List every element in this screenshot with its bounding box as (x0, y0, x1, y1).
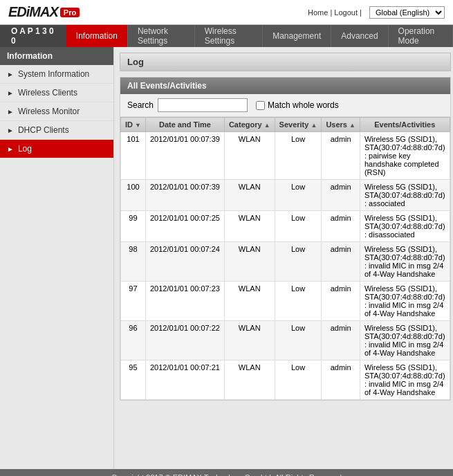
nav-label-wireless-settings: Wireless Settings (205, 26, 252, 46)
content-title: Log (120, 53, 451, 71)
logo-edimax: EDiMAX (8, 4, 58, 20)
match-whole-words-checkbox[interactable] (256, 101, 265, 110)
table-row: 1002012/01/01 00:07:39WLANLowadminWirele… (121, 180, 450, 211)
cell-id: 95 (121, 360, 146, 400)
nav-items: Information Network Settings Wireless Se… (66, 25, 453, 47)
arrow-icon: ► (7, 89, 14, 97)
col-severity[interactable]: Severity ▲ (275, 118, 322, 132)
sidebar-item-log[interactable]: ► Log (0, 140, 113, 158)
sidebar-item-wireless-clients[interactable]: ► Wireless Clients (0, 84, 113, 102)
sidebar-item-dhcp-clients[interactable]: ► DHCP Clients (0, 121, 113, 140)
sidebar-label-log: Log (18, 144, 32, 154)
cell-events: Wireless 5G (SSID1), STA(30:07:4d:88:d0:… (360, 180, 450, 211)
sidebar-item-system-information[interactable]: ► System Information (0, 65, 113, 84)
table-wrapper[interactable]: ID ▼ Date and Time Category ▲ (120, 117, 450, 400)
arrow-icon: ► (7, 71, 14, 78)
col-id-label: ID (125, 120, 133, 129)
col-datetime-label: Date and Time (159, 120, 211, 129)
arrow-icon: ► (7, 108, 14, 116)
col-events[interactable]: Events/Activities (360, 118, 450, 132)
col-category-label: Category (229, 120, 262, 129)
cell-users: admin (322, 321, 360, 360)
nav-item-information[interactable]: Information (66, 25, 128, 47)
cell-users: admin (322, 132, 360, 180)
cell-datetime: 2012/01/01 00:07:22 (145, 321, 224, 360)
cell-id: 98 (121, 242, 146, 282)
cell-datetime: 2012/01/01 00:07:24 (145, 242, 224, 282)
top-header: EDiMAX Pro Home | Logout | Global (Engli… (0, 0, 453, 25)
sidebar-label-dhcp-clients: DHCP Clients (18, 125, 69, 135)
nav-item-advanced[interactable]: Advanced (331, 25, 388, 47)
table-row: 962012/01/01 00:07:22WLANLowadminWireles… (121, 321, 450, 360)
main-layout: Information ► System Information ► Wirel… (0, 47, 453, 469)
cell-id: 101 (121, 132, 146, 180)
sidebar-header: Information (0, 47, 113, 65)
cell-severity: Low (275, 321, 322, 360)
logout-link[interactable]: Logout (334, 8, 358, 17)
cell-category: WLAN (224, 180, 275, 211)
col-category[interactable]: Category ▲ (224, 118, 275, 132)
cell-datetime: 2012/01/01 00:07:23 (145, 282, 224, 321)
header-links: Home | Logout | Global (English) (308, 6, 445, 19)
sidebar-label-system-information: System Information (18, 69, 89, 79)
cell-severity: Low (275, 132, 322, 180)
table-row: 982012/01/01 00:07:24WLANLowadminWireles… (121, 242, 450, 282)
search-bar: Search Match whole words (120, 94, 450, 117)
footer-text: Copyright 2017 © EDIMAX Technology Co., … (111, 473, 342, 476)
col-events-label: Events/Activities (374, 120, 435, 129)
cell-datetime: 2012/01/01 00:07:39 (145, 180, 224, 211)
nav-label-operation-mode: Operation Mode (398, 26, 443, 46)
events-table: ID ▼ Date and Time Category ▲ (120, 117, 450, 400)
cell-id: 96 (121, 321, 146, 360)
col-users[interactable]: Users ▲ (322, 118, 360, 132)
nav-item-network-settings[interactable]: Network Settings (128, 25, 195, 47)
logo-pro-badge: Pro (60, 8, 80, 17)
nav-item-operation-mode[interactable]: Operation Mode (389, 25, 453, 47)
cell-category: WLAN (224, 282, 275, 321)
arrow-icon: ► (7, 145, 14, 153)
nav-bar: O A P 1 3 0 0 Information Network Settin… (0, 25, 453, 47)
match-whole-words-container: Match whole words (256, 100, 339, 110)
nav-item-wireless-settings[interactable]: Wireless Settings (195, 25, 263, 47)
search-input[interactable] (158, 98, 248, 112)
sort-arrow-severity: ▲ (311, 122, 317, 129)
sort-arrow-users: ▲ (349, 122, 355, 129)
cell-users: admin (322, 282, 360, 321)
cell-users: admin (322, 360, 360, 400)
home-link[interactable]: Home (308, 8, 328, 17)
nav-label-management: Management (272, 31, 321, 41)
table-section-header: All Events/Activities (120, 77, 450, 94)
match-whole-words-label: Match whole words (268, 100, 339, 110)
col-datetime[interactable]: Date and Time (145, 118, 224, 132)
cell-severity: Low (275, 360, 322, 400)
col-users-label: Users (326, 120, 347, 129)
cell-severity: Low (275, 180, 322, 211)
table-header-row: ID ▼ Date and Time Category ▲ (121, 118, 450, 132)
table-row: 952012/01/01 00:07:21WLANLowadminWireles… (121, 360, 450, 400)
cell-events: Wireless 5G (SSID1), STA(30:07:4d:88:d0:… (360, 242, 450, 282)
sort-arrow-category: ▲ (264, 122, 270, 129)
nav-label-advanced: Advanced (341, 31, 378, 41)
content-area: Log All Events/Activities Search Match w… (114, 47, 453, 469)
cell-category: WLAN (224, 132, 275, 180)
cell-id: 97 (121, 282, 146, 321)
cell-id: 100 (121, 180, 146, 211)
language-select[interactable]: Global (English) (369, 6, 445, 19)
cell-category: WLAN (224, 321, 275, 360)
nav-item-management[interactable]: Management (263, 25, 331, 47)
cell-datetime: 2012/01/01 00:07:39 (145, 132, 224, 180)
col-id[interactable]: ID ▼ (121, 118, 146, 132)
arrow-icon: ► (7, 127, 14, 134)
cell-category: WLAN (224, 211, 275, 242)
table-row: 972012/01/01 00:07:23WLANLowadminWireles… (121, 282, 450, 321)
table-row: 1012012/01/01 00:07:39WLANLowadminWirele… (121, 132, 450, 180)
table-row: 992012/01/01 00:07:25WLANLowadminWireles… (121, 211, 450, 242)
cell-users: admin (322, 180, 360, 211)
search-label: Search (127, 100, 154, 110)
sep2: | (360, 8, 364, 17)
logo-max-text: MAX (29, 4, 57, 19)
sidebar-item-wireless-monitor[interactable]: ► Wireless Monitor (0, 102, 113, 121)
cell-severity: Low (275, 242, 322, 282)
logo-area: EDiMAX Pro (8, 4, 80, 20)
cell-category: WLAN (224, 242, 275, 282)
